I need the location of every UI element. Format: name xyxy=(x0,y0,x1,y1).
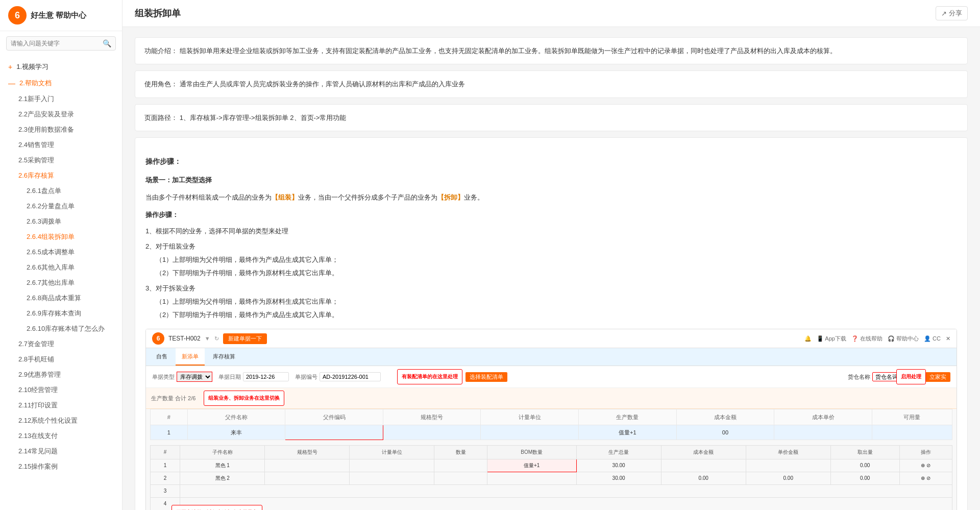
steps-block: 操作步骤： 场景一：加工类型选择 当由多个子件材料组装成一个成品的业务为【组装】… xyxy=(135,137,968,510)
number-field: 单据编号 xyxy=(295,371,381,382)
main-content: 组装拆卸单 ↗ 分享 功能介绍： 组装拆卸单用来处理企业组装或拆卸等加工业务，支… xyxy=(122,0,980,510)
col-parent-name: 父件名称 xyxy=(187,409,285,425)
screenshot-logo: 6 xyxy=(152,332,164,345)
screenshot-new-btn[interactable]: 新建单据一下 xyxy=(223,333,267,344)
page-header: 组装拆卸单 ↗ 分享 xyxy=(122,0,980,27)
col2-num: # xyxy=(151,446,180,459)
screenshot-tab-main[interactable]: 新添单 xyxy=(176,348,205,366)
sidebar-item-data-prep[interactable]: 2.3使用前数据准备 xyxy=(0,122,122,137)
sidebar-item-mobile[interactable]: 2.8手机旺铺 xyxy=(0,352,122,367)
step3: 3、对于拆装业务 xyxy=(145,282,957,295)
annotation4-label: 无固定清单可以任意追加在这里录入 xyxy=(172,505,262,510)
app-title: 好生意 帮助中心 xyxy=(31,11,86,20)
cell-parent-code[interactable] xyxy=(285,425,383,440)
share-icon: ↗ xyxy=(941,10,947,17)
content-area: 功能介绍： 组装拆卸单用来处理企业组装或拆卸等加工业务，支持有固定装配清单的产品… xyxy=(122,27,980,510)
intro-label: 功能介绍： xyxy=(144,47,178,55)
sidebar-item-account-err[interactable]: 2.6.10库存账本错了怎么办 xyxy=(0,321,122,336)
sidebar-item-adj-order[interactable]: 2.6.3调拨单 xyxy=(0,214,122,229)
role-label: 使用角色： xyxy=(144,80,178,88)
cell-unit-cost xyxy=(774,425,872,440)
type-select[interactable]: 库存调拨 组装 拆卸 xyxy=(177,372,212,382)
share-button[interactable]: ↗ 分享 xyxy=(936,6,968,20)
screenshot-wrapper: 6 TEST-H002 ▼ ↻ 新建单据一下 🔔 📱 App下载 ❓ 在线帮助 … xyxy=(145,329,957,510)
step3-sub2: （2）下部明细为子件明细，最终作为产成品生成其它入库单。 xyxy=(145,308,957,322)
qty-total-label: 生产数量 合计 2/6 xyxy=(151,393,195,404)
col-unit-cost: 成本单价 xyxy=(774,409,872,425)
screenshot-app-id: TEST-H002 xyxy=(168,332,201,345)
cell-num: 1 xyxy=(151,425,188,440)
table-row: 2 黑色 2 30.00 0.00 0.00 xyxy=(151,472,952,485)
sidebar-item-purchase[interactable]: 2.5采购管理 xyxy=(0,153,122,168)
annotation1-group: 有装配清单的在这里处理 选择装配清单 xyxy=(397,369,507,384)
cell-qty: 值量+1 xyxy=(579,425,677,440)
app-logo: 6 xyxy=(8,6,27,25)
sidebar-item-sales[interactable]: 2.4销售管理 xyxy=(0,137,122,153)
sidebar-item-stocktake[interactable]: 2.6.1盘点单 xyxy=(0,183,122,199)
screenshot-tab-inventory[interactable]: 库存核算 xyxy=(207,348,241,366)
sidebar-item-install[interactable]: 2.2产品安装及登录 xyxy=(0,107,122,122)
sidebar-item-assembly[interactable]: 2.6.4组装拆卸单 xyxy=(0,229,122,245)
number-input[interactable] xyxy=(320,372,381,381)
intro-block: 功能介绍： 组装拆卸单用来处理企业组装或拆卸等加工业务，支持有固定装配清单的产品… xyxy=(135,37,968,64)
sidebar-item-videos[interactable]: + 1.视频学习 xyxy=(0,59,122,75)
intro-text: 组装拆卸单用来处理企业组装或拆卸等加工业务，支持有固定装配清单的产品加工业务，也… xyxy=(180,47,837,55)
sidebar-item-print[interactable]: 2.11打印设置 xyxy=(0,398,122,413)
sidebar-item-faq[interactable]: 2.14常见问题 xyxy=(0,444,122,459)
sidebar-item-newbie[interactable]: 2.1新手入门 xyxy=(0,91,122,107)
annotation3-label: 启用处理 xyxy=(896,369,926,384)
cell-unit xyxy=(481,425,579,440)
sidebar-item-inventory[interactable]: 2.6库存核算 xyxy=(0,168,122,183)
path-text: 1、库存核算->库存管理->组装拆卸单 2、首页->常用功能 xyxy=(180,114,347,122)
collapse-icon: — xyxy=(8,79,15,87)
sidebar-item-personalize[interactable]: 2.12系统个性化设置 xyxy=(0,413,122,428)
sidebar-item-label: 1.视频学习 xyxy=(16,62,48,71)
path-block: 页面路径： 1、库存核算->库存管理->组装拆卸单 2、首页->常用功能 xyxy=(135,104,968,131)
col-cost: 成本金额 xyxy=(676,409,774,425)
col2-unit-cost: 单价金额 xyxy=(746,446,830,459)
sidebar-item-other-in[interactable]: 2.6.6其他入库单 xyxy=(0,260,122,275)
screenshot-tab-zishou[interactable]: 自售 xyxy=(150,348,174,366)
col-parent-code: 父件编码 xyxy=(285,409,383,425)
screenshot-table2: # 子件名称 规格型号 计量单位 数量 BOM数量 生产总量 成本金额 单价金额 xyxy=(150,445,952,510)
bell-icon: 🔔 xyxy=(804,333,812,344)
dropdown-icon: ▼ xyxy=(205,333,210,344)
sidebar-item-other-out[interactable]: 2.6.7其他出库单 xyxy=(0,275,122,290)
role-text: 通常由生产人员或库管人员完成拆装业务的操作，库管人员确认原材料的出库和产成品的入… xyxy=(180,80,465,88)
page-title: 组装拆卸单 xyxy=(135,7,181,19)
date-label: 单据日期 xyxy=(218,371,241,382)
type-label: 单据类型 xyxy=(152,371,175,382)
col2-cost: 成本金额 xyxy=(661,446,746,459)
col2-bom: BOM数量 xyxy=(487,446,576,459)
screenshot-action-bar: 生产数量 合计 2/6 组装业务、拆卸业务在这里切换 启用处理 xyxy=(146,388,957,409)
date-input[interactable] xyxy=(243,372,289,381)
cell-cost: 00 xyxy=(676,425,774,440)
confirm-btn[interactable]: 立家实 xyxy=(925,372,950,382)
search-box[interactable]: 🔍 xyxy=(6,36,116,51)
nav-tree: + 1.视频学习 — 2.帮助文档 2.1新手入门 2.2产品安装及登录 2.3… xyxy=(0,56,122,477)
sidebar-item-partial-stocktake[interactable]: 2.6.2分量盘点单 xyxy=(0,199,122,214)
ops-title2: 操作步骤： xyxy=(145,208,957,222)
sidebar-item-stock-check[interactable]: 2.6.9库存账本查询 xyxy=(0,306,122,321)
col2-taken: 取出量 xyxy=(830,446,899,459)
screenshot-container: 6 TEST-H002 ▼ ↻ 新建单据一下 🔔 📱 App下载 ❓ 在线帮助 … xyxy=(146,329,957,510)
date-field: 单据日期 xyxy=(218,371,289,382)
sidebar-item-goods-cost[interactable]: 2.6.8商品成本重算 xyxy=(0,290,122,306)
screenshot-table1-wrapper: # 父件名称 父件编码 规格型号 计量单位 生产数量 成本金额 成本单价 可用量 xyxy=(146,409,957,442)
col2-name: 子件名称 xyxy=(180,446,265,459)
search-input[interactable] xyxy=(11,40,103,47)
step1: 1、根据不同的业务，选择不同单据的类型来处理 xyxy=(145,225,957,238)
sidebar-item-label: 2.帮助文档 xyxy=(19,79,52,88)
sidebar-item-coupon[interactable]: 2.9优惠券管理 xyxy=(0,367,122,382)
sidebar-item-ops[interactable]: 2.10经营管理 xyxy=(0,382,122,398)
step2-sub1: （1）上部明细为父件明细，最终作为产成品生成其它入库单； xyxy=(145,253,957,266)
sidebar-item-online-pay[interactable]: 2.13在线支付 xyxy=(0,428,122,444)
sidebar-item-cases[interactable]: 2.15操作案例 xyxy=(0,459,122,474)
sidebar-item-cost-adj[interactable]: 2.6.5成本调整单 xyxy=(0,245,122,260)
screenshot-select-btn[interactable]: 选择装配清单 xyxy=(465,372,507,382)
sidebar-item-fund[interactable]: 2.7资金管理 xyxy=(0,336,122,352)
sidebar-item-docs[interactable]: — 2.帮助文档 xyxy=(0,75,122,91)
search-icon[interactable]: 🔍 xyxy=(103,39,111,47)
support-icon: 🎧 帮助中心 xyxy=(888,333,919,344)
share-label: 分享 xyxy=(949,9,962,18)
